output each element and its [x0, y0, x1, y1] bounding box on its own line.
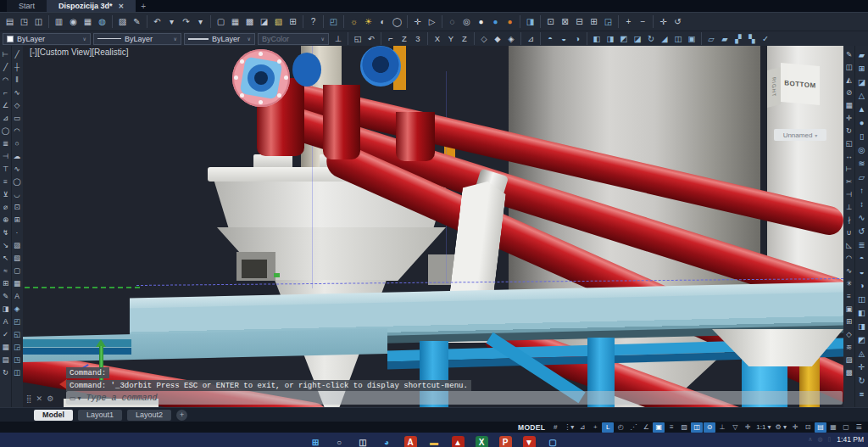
clean-screen-icon[interactable]: ▢ [840, 422, 852, 433]
dim-baseline-icon[interactable]: ≣ [1, 137, 11, 149]
polygon-icon[interactable]: ◇ [12, 98, 22, 111]
trim-icon[interactable]: ✂ [844, 175, 854, 187]
dim-angular-icon[interactable]: ∠ [1, 98, 11, 111]
wedge-icon[interactable]: ◪ [857, 75, 867, 88]
add-selected-icon[interactable]: ◈ [12, 302, 22, 315]
zoom-realtime-icon[interactable]: ◲ [601, 14, 615, 29]
box-icon[interactable]: ⊞ [857, 61, 867, 75]
layer-properties-icon[interactable]: ▦ [228, 14, 242, 29]
workspace-icon[interactable]: ⚙ ▾ [774, 422, 788, 433]
multiline-icon[interactable]: ‖ [12, 73, 22, 86]
snap-mode-icon[interactable]: ⋮▾ [562, 422, 576, 433]
offset-faces-icon[interactable]: ◩ [617, 32, 631, 45]
fillet-icon[interactable]: ◠ [844, 251, 854, 264]
save-icon[interactable]: ◫ [31, 14, 46, 29]
zoom-previous-icon[interactable]: ⊞ [587, 14, 601, 29]
new-tab-button[interactable]: + [136, 0, 151, 12]
layer-states-icon[interactable]: ▩ [242, 14, 257, 29]
mleader-icon[interactable]: ↖ [1, 251, 11, 264]
arc-icon[interactable]: ◠ [12, 124, 22, 137]
move-faces-icon[interactable]: ◨ [604, 32, 617, 45]
copy-icon[interactable]: ◫ [844, 60, 854, 73]
mleader-collect-icon[interactable]: ⊞ [1, 277, 11, 289]
help-icon[interactable]: ? [306, 14, 320, 29]
search-icon[interactable]: ○ [333, 436, 346, 447]
grid-icon[interactable]: # [549, 422, 561, 433]
dim-arc-length-icon[interactable]: ◠ [1, 73, 11, 86]
model-tab[interactable]: Model [34, 410, 73, 421]
imprint-icon[interactable]: ▱ [704, 32, 718, 45]
dim-jogged-icon[interactable]: ⊿ [1, 111, 11, 124]
3d-osnap-icon[interactable]: ⊙ [704, 422, 715, 433]
planar-surface-icon[interactable]: ▱ [857, 170, 867, 183]
excel-icon[interactable]: X [476, 436, 488, 447]
center-mark-icon[interactable]: ⌀ [1, 200, 11, 213]
presspull-icon[interactable]: ↕ [857, 197, 867, 210]
delete-faces-icon[interactable]: ◪ [631, 32, 644, 45]
ucs-icon[interactable]: ⊥ [331, 32, 345, 45]
multiline-text-icon[interactable]: A [12, 289, 22, 302]
tray-status-a-icon[interactable]: ◍ [817, 436, 822, 443]
table-icon[interactable]: ▦ [1, 340, 11, 353]
ucs-3point-icon[interactable]: 3 [411, 32, 425, 45]
ucs-rotate-z-icon[interactable]: Z [458, 32, 471, 45]
insert-block-icon[interactable]: ⊡ [12, 200, 22, 213]
tab-start[interactable]: Start [7, 0, 47, 12]
mleader-align-icon[interactable]: ≈ [1, 264, 11, 277]
color-control-dropdown[interactable]: ByLayer ∨ [3, 33, 91, 45]
break-icon[interactable]: ∤ [844, 213, 854, 226]
change-space-icon[interactable]: ⊞ [844, 315, 854, 327]
tray-status-b-icon[interactable]: ▯ [827, 436, 831, 443]
autocad-icon[interactable]: A [404, 436, 417, 447]
transparency-icon[interactable]: ▨ [678, 422, 690, 433]
dynamic-input-icon[interactable]: + [589, 422, 601, 433]
subtract-solid-icon[interactable]: ◒ [857, 265, 867, 278]
align-icon[interactable]: ≡ [844, 289, 854, 302]
cone-icon[interactable]: ▲ [857, 102, 867, 115]
rotate-icon[interactable]: ↻ [844, 124, 854, 137]
separate-icon[interactable]: ▞ [732, 32, 745, 45]
dim-radius-icon[interactable]: ◯ [1, 124, 11, 137]
acrobat-icon[interactable]: ▲ [452, 436, 465, 447]
ucs-face-icon[interactable]: ◈ [504, 32, 518, 45]
zoom-out-icon[interactable]: − [636, 14, 650, 29]
gradient-icon[interactable]: ▧ [12, 251, 22, 264]
zoom-dynamic-icon[interactable]: ⊠ [558, 14, 572, 29]
polyline-icon[interactable]: ∿ [12, 86, 22, 98]
3d-align-icon[interactable]: ≡ [857, 387, 867, 400]
customize-icon[interactable]: ⚙ [47, 394, 53, 403]
quick-calc-icon[interactable]: ⊞ [286, 14, 300, 29]
polar-tracking-icon[interactable]: ◴ [615, 422, 626, 433]
rotate-faces-icon[interactable]: ↻ [644, 32, 658, 45]
polysolid-icon[interactable]: ▰ [857, 47, 867, 61]
extrude-icon[interactable]: ↑ [857, 183, 867, 197]
join-icon[interactable]: ∪ [844, 226, 854, 238]
offset-icon[interactable]: ⊘ [844, 86, 854, 98]
update-icon[interactable]: ↻ [1, 366, 11, 378]
start-icon[interactable]: ⊞ [309, 436, 322, 447]
move-icon[interactable]: ✛ [844, 111, 854, 124]
union-icon[interactable]: ◓ [543, 32, 557, 45]
edit-spline-icon[interactable]: ≋ [844, 340, 854, 353]
array-icon[interactable]: ▦ [844, 98, 854, 111]
taper-faces-icon[interactable]: ◢ [658, 32, 671, 45]
edit-hatch-icon[interactable]: ▨ [844, 353, 854, 366]
edit-array-icon[interactable]: ▩ [844, 366, 854, 378]
loft-icon[interactable]: ≣ [857, 237, 867, 251]
ucs-object-icon[interactable]: ◆ [491, 32, 504, 45]
dim-edit-icon[interactable]: ✎ [1, 289, 11, 302]
blend-curves-icon[interactable]: ∿ [844, 264, 854, 277]
undo-icon[interactable]: ↶ [150, 14, 164, 29]
dynamic-ucs-icon[interactable]: ⊥ [716, 422, 728, 433]
color-faces-icon[interactable]: ▣ [685, 32, 698, 45]
viewport-controls[interactable]: [-][Custom View][Realistic] [30, 47, 129, 57]
layer-translator-icon[interactable]: ▧ [271, 14, 286, 29]
table-draw-icon[interactable]: ▦ [12, 277, 22, 289]
customization-icon[interactable]: ☰ [853, 422, 865, 433]
sweep-icon[interactable]: ∿ [857, 210, 867, 224]
dim-continue-icon[interactable]: ⊣ [1, 149, 11, 162]
linetype-dropdown[interactable]: ByLayer ∨ [93, 33, 181, 45]
isometric-drafting-icon[interactable]: ⋰ [627, 422, 639, 433]
redo-icon[interactable]: ↷ [179, 14, 193, 29]
ellipse-icon[interactable]: ◯ [12, 175, 22, 187]
